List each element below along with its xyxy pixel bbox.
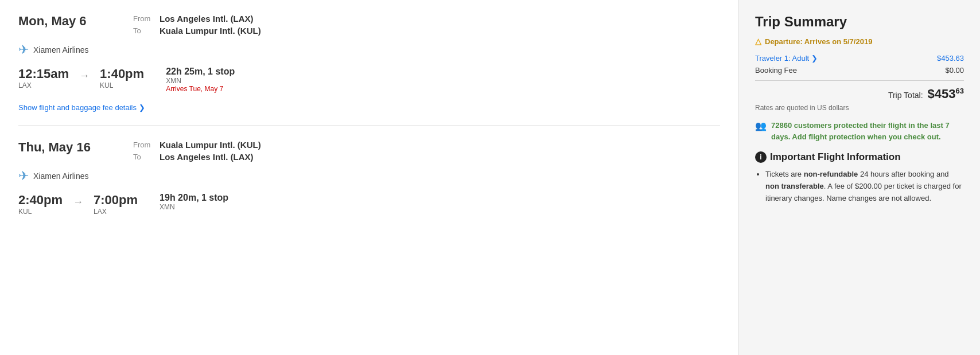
trip-total-cents: 63	[956, 87, 964, 95]
return-duration-block: 19h 20m, 1 stop XMN	[160, 193, 228, 211]
rates-note: Rates are quoted in US dollars	[755, 104, 964, 112]
return-to-label: To	[133, 153, 153, 161]
outbound-duration: 22h 25m, 1 stop	[166, 67, 235, 77]
outbound-from-label: From	[133, 14, 153, 23]
outbound-depart-airport: LAX	[18, 81, 69, 89]
outbound-depart-time: 12:15am	[18, 67, 69, 81]
trip-total-label: Trip Total:	[888, 91, 923, 100]
departure-warning: △ Departure: Arrives on 5/7/2019	[755, 37, 964, 46]
trip-summary-title: Trip Summary	[755, 14, 964, 30]
important-info-title: i Important Flight Information	[755, 151, 964, 163]
return-from-label: From	[133, 141, 153, 149]
people-protection-icon: 👥	[755, 120, 767, 142]
summary-divider	[755, 80, 964, 81]
return-airline-icon: ✈	[18, 169, 29, 184]
traveler-link[interactable]: Traveler 1: Adult ❯	[755, 54, 818, 63]
outbound-arrive-airport: KUL	[100, 81, 144, 89]
outbound-arrow-icon: →	[79, 70, 90, 82]
protection-text: 72860 customers protected their flight i…	[771, 120, 964, 142]
trip-total-dollars: $453	[928, 87, 956, 101]
return-arrive-time: 7:00pm	[94, 193, 138, 208]
outbound-arrive-block: 1:40pm KUL	[100, 67, 144, 89]
return-airline-row: ✈ Xiamen Airlines	[18, 169, 720, 184]
outbound-from-row: From Los Angeles Intl. (LAX)	[133, 14, 261, 24]
important-info-title-text: Important Flight Information	[770, 151, 901, 163]
departure-warning-text: Departure: Arrives on 5/7/2019	[765, 37, 872, 46]
return-stop-airport: XMN	[160, 203, 228, 211]
outbound-airline-name: Xiamen Airlines	[33, 45, 89, 54]
return-route: From Kuala Lumpur Intl. (KUL) To Los Ang…	[133, 140, 261, 162]
booking-fee-value: $0.00	[945, 66, 964, 75]
return-arrive-airport: LAX	[94, 208, 138, 216]
outbound-date: Mon, May 6	[18, 14, 110, 29]
return-flight-segment: Thu, May 16 From Kuala Lumpur Intl. (KUL…	[18, 126, 720, 234]
return-segment-header: Thu, May 16 From Kuala Lumpur Intl. (KUL…	[18, 140, 720, 162]
return-duration: 19h 20m, 1 stop	[160, 193, 228, 203]
trip-total-amount: $45363	[928, 87, 964, 102]
warning-triangle-icon: △	[755, 37, 761, 46]
outbound-stop-airport: XMN	[166, 77, 235, 85]
return-date: Thu, May 16	[18, 140, 110, 155]
return-from-row: From Kuala Lumpur Intl. (KUL)	[133, 140, 261, 150]
protection-box: 👥 72860 customers protected their flight…	[755, 120, 964, 142]
outbound-arrive-time: 1:40pm	[100, 67, 144, 81]
booking-fee-row: Booking Fee $0.00	[755, 66, 964, 75]
outbound-route: From Los Angeles Intl. (LAX) To Kuala Lu…	[133, 14, 261, 36]
outbound-arrives-note: Arrives Tue, May 7	[166, 85, 235, 93]
right-panel: Trip Summary △ Departure: Arrives on 5/7…	[739, 0, 980, 355]
return-depart-time: 2:40pm	[18, 193, 63, 208]
outbound-to-value: Kuala Lumpur Intl. (KUL)	[160, 26, 261, 36]
outbound-flight-segment: Mon, May 6 From Los Angeles Intl. (LAX) …	[18, 14, 720, 126]
booking-fee-label: Booking Fee	[755, 66, 797, 75]
traveler-row: Traveler 1: Adult ❯ $453.63	[755, 54, 964, 63]
return-arrow-icon: →	[73, 196, 83, 208]
outbound-from-value: Los Angeles Intl. (LAX)	[160, 14, 254, 24]
important-info-list: Tickets are non-refundable 24 hours afte…	[755, 169, 964, 204]
outbound-depart-block: 12:15am LAX	[18, 67, 69, 89]
outbound-flight-times: 12:15am LAX → 1:40pm KUL 22h 25m, 1 stop…	[18, 67, 720, 93]
outbound-show-details[interactable]: Show flight and baggage fee details ❯	[18, 103, 145, 112]
outbound-to-row: To Kuala Lumpur Intl. (KUL)	[133, 26, 261, 36]
outbound-segment-header: Mon, May 6 From Los Angeles Intl. (LAX) …	[18, 14, 720, 36]
info-bullet-1: Tickets are non-refundable 24 hours afte…	[765, 169, 964, 204]
outbound-duration-block: 22h 25m, 1 stop XMN Arrives Tue, May 7	[166, 67, 235, 93]
return-airline-name: Xiamen Airlines	[33, 171, 89, 181]
return-to-row: To Los Angeles Intl. (LAX)	[133, 152, 261, 162]
return-depart-airport: KUL	[18, 208, 63, 216]
return-to-value: Los Angeles Intl. (LAX)	[160, 152, 254, 162]
outbound-airline-icon: ✈	[18, 42, 29, 57]
traveler-price: $453.63	[937, 54, 964, 63]
outbound-to-label: To	[133, 26, 153, 35]
info-circle-icon: i	[755, 151, 767, 163]
important-info-section: i Important Flight Information Tickets a…	[755, 151, 964, 204]
return-flight-times: 2:40pm KUL → 7:00pm LAX 19h 20m, 1 stop …	[18, 193, 720, 216]
return-from-value: Kuala Lumpur Intl. (KUL)	[160, 140, 261, 150]
left-panel: Mon, May 6 From Los Angeles Intl. (LAX) …	[0, 0, 739, 355]
outbound-airline-row: ✈ Xiamen Airlines	[18, 42, 720, 57]
trip-total-row: Trip Total: $45363	[755, 87, 964, 102]
return-depart-block: 2:40pm KUL	[18, 193, 63, 216]
return-arrive-block: 7:00pm LAX	[94, 193, 138, 216]
